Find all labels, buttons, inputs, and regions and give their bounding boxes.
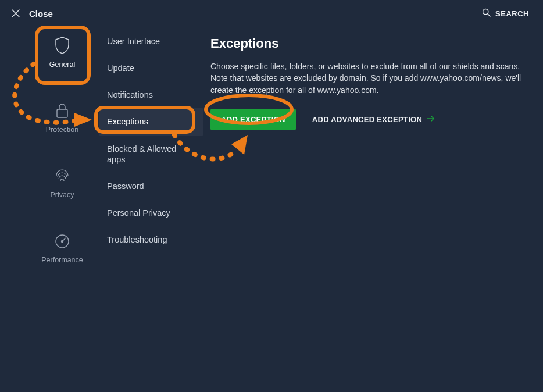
lock-icon <box>55 102 70 122</box>
sidebar-item-protection[interactable]: Protection <box>35 94 90 140</box>
main-content: Exceptions Choose specific files, folder… <box>210 36 527 130</box>
sidebar-item-general[interactable]: General <box>35 28 90 74</box>
sidebar-rail: General Protection Priva <box>35 28 90 270</box>
rail-label-protection: Protection <box>46 126 78 134</box>
gauge-icon <box>53 233 71 252</box>
page-description: Choose specific files, folders, or websi… <box>210 60 527 96</box>
submenu-item-ui[interactable]: User Interface <box>99 28 203 55</box>
add-advanced-label: ADD ADVANCED EXCEPTION <box>312 115 422 124</box>
page-title: Exceptions <box>210 36 527 51</box>
submenu-item-personal[interactable]: Personal Privacy <box>99 199 203 226</box>
search-icon <box>482 8 491 19</box>
submenu: User Interface Update Notifications Exce… <box>99 28 203 253</box>
add-advanced-exception-button[interactable]: ADD ADVANCED EXCEPTION <box>312 115 435 124</box>
rail-label-privacy: Privacy <box>51 191 74 199</box>
add-exception-button[interactable]: ADD EXCEPTION <box>210 109 296 130</box>
submenu-item-update[interactable]: Update <box>99 55 203 81</box>
fingerprint-icon <box>53 168 71 187</box>
sidebar-item-performance[interactable]: Performance <box>35 224 90 270</box>
rail-label-performance: Performance <box>41 256 83 264</box>
svg-rect-1 <box>57 109 67 117</box>
shield-icon <box>54 36 70 57</box>
submenu-item-notifications[interactable]: Notifications <box>99 81 203 108</box>
sidebar-item-privacy[interactable]: Privacy <box>35 159 90 205</box>
action-row: ADD EXCEPTION ADD ADVANCED EXCEPTION <box>210 109 527 130</box>
close-icon[interactable] <box>10 8 21 19</box>
submenu-item-exceptions[interactable]: Exceptions <box>99 108 203 135</box>
svg-marker-8 <box>231 135 248 155</box>
rail-label-general: General <box>49 60 75 69</box>
topbar-left: Close <box>10 8 53 19</box>
topbar: Close SEARCH <box>0 0 543 27</box>
svg-point-3 <box>62 241 63 243</box>
arrow-right-icon <box>427 115 435 124</box>
app-window: Close SEARCH General <box>0 0 543 392</box>
search-button[interactable]: SEARCH <box>482 8 529 19</box>
svg-point-0 <box>483 9 488 14</box>
submenu-item-password[interactable]: Password <box>99 173 203 199</box>
submenu-item-blocked[interactable]: Blocked & Allowed apps <box>99 136 203 173</box>
close-label[interactable]: Close <box>29 9 53 19</box>
search-label: SEARCH <box>495 9 529 18</box>
submenu-item-troubleshooting[interactable]: Troubleshooting <box>99 226 203 253</box>
